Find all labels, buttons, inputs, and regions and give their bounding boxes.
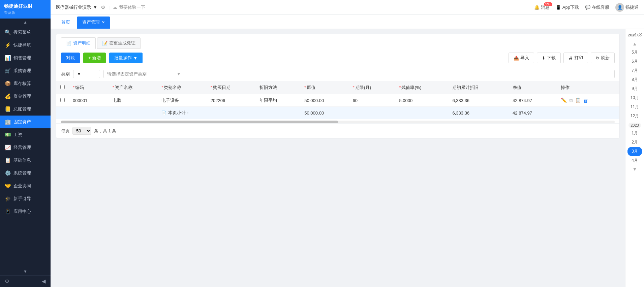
month-item-3月[interactable]: 3月 xyxy=(627,147,642,156)
settings-icon[interactable]: ⚙ xyxy=(5,278,9,284)
right-panel: ⤢ ✕ 2023.03 ▲ 5月6月7月8月9月10月11月12月20231月2… xyxy=(625,29,644,287)
sidebar-label-salary: 工资 xyxy=(13,132,22,138)
row-checkbox-0[interactable] xyxy=(60,98,65,102)
main-content: 医疗器械行业演示 ▼ ⚙ | ☁ 我要体验一下 🔔 消息 99+ 📱 App下载… xyxy=(51,0,644,287)
sidebar-item-capital[interactable]: 💰资金管理 xyxy=(0,90,51,103)
download-button[interactable]: ⬇ 下载 xyxy=(537,53,561,63)
month-item-2月[interactable]: 2月 xyxy=(625,138,644,147)
sidebar-item-quick-nav[interactable]: ⚡快捷导航 xyxy=(0,39,51,52)
month-item-5月[interactable]: 5月 xyxy=(625,48,644,57)
sidebar-bottom: ⚙ ◀ xyxy=(0,275,51,287)
print-button[interactable]: 🖨 打印 xyxy=(563,53,588,63)
delete-icon[interactable]: 🗑 xyxy=(583,98,588,103)
sub-tab-label-change-voucher: 变更生成凭证 xyxy=(109,40,135,46)
sidebar-label-sales: 销售管理 xyxy=(13,55,31,61)
app-download-label: App下载 xyxy=(562,4,579,10)
sub-tabs: 📄资产明细📝变更生成凭证 xyxy=(56,34,619,49)
toolbar-right: 📤 导入 ⬇ 下载 🖨 打印 ↻ 刷新 xyxy=(509,53,615,63)
sidebar-item-newbie[interactable]: 🎓新手引导 xyxy=(0,192,51,205)
row-net-value: 42,874.97 xyxy=(509,94,557,107)
company-selector[interactable]: 医疗器械行业演示 ▼ xyxy=(56,4,97,10)
month-item-1月[interactable]: 1月 xyxy=(625,129,644,138)
edit-icon[interactable]: ✏️ xyxy=(561,97,567,103)
close-panel-button[interactable]: ✕ xyxy=(639,32,643,37)
month-item-7月[interactable]: 7月 xyxy=(625,66,644,75)
username: 畅捷通 xyxy=(625,4,639,10)
page-size-select[interactable]: 102050100 xyxy=(72,127,91,135)
sidebar-item-system[interactable]: ⚙️系统管理 xyxy=(0,167,51,180)
notifications-button[interactable]: 🔔 消息 99+ xyxy=(534,4,550,10)
sidebar-scroll-down[interactable]: ▼ xyxy=(0,268,51,275)
sidebar-icon-system: ⚙️ xyxy=(5,170,11,176)
select-all-checkbox[interactable] xyxy=(60,85,65,89)
subtotal-icon: 📄 xyxy=(161,110,166,115)
col-purchase-date: *购买日期 xyxy=(207,81,255,94)
month-item-11月[interactable]: 11月 xyxy=(625,102,644,111)
tab-home[interactable]: 首页 xyxy=(56,17,75,29)
collapse-icon[interactable]: ◀ xyxy=(42,278,46,284)
add-button[interactable]: + 新增 xyxy=(83,53,106,63)
sub-tab-icon-change-voucher: 📝 xyxy=(102,41,108,46)
category-select[interactable]: ▼ xyxy=(73,70,100,78)
per-page-label: 每页 xyxy=(61,128,70,134)
sub-tab-change-voucher[interactable]: 📝变更生成凭证 xyxy=(97,37,141,49)
sidebar-label-inventory: 库存核算 xyxy=(13,81,31,87)
sidebar-item-operations[interactable]: 📈经营管理 xyxy=(0,141,51,154)
export-button[interactable]: 📤 导入 xyxy=(509,53,534,63)
category-search-input[interactable] xyxy=(107,71,175,76)
sidebar-label-quick-nav: 快捷导航 xyxy=(13,42,31,48)
month-item-8月[interactable]: 8月 xyxy=(625,75,644,84)
expand-icon[interactable]: ⤢ xyxy=(633,32,637,37)
month-scroll-up[interactable]: ▲ xyxy=(625,40,644,48)
sidebar-logo: 畅捷通好业财 普及版 xyxy=(0,0,51,19)
tab-asset-mgmt[interactable]: 资产管理✕ xyxy=(77,17,110,29)
col-residual-rate: *残值率(%) xyxy=(395,81,448,94)
month-item-10月[interactable]: 10月 xyxy=(625,93,644,102)
month-item-4月[interactable]: 4月 xyxy=(625,156,644,165)
month-item-6月[interactable]: 6月 xyxy=(625,57,644,66)
refresh-label: 刷新 xyxy=(601,55,610,61)
company-chevron-icon: ▼ xyxy=(93,5,97,10)
sidebar-icon-fixed-assets: 🏢 xyxy=(5,119,11,125)
h-scrollbar[interactable] xyxy=(61,121,615,123)
month-item-12月[interactable]: 12月 xyxy=(625,111,644,121)
app-download-button[interactable]: 📱 App下载 xyxy=(556,4,579,10)
col-operations: 操作 xyxy=(557,81,619,94)
sub-tab-icon-asset-detail: 📄 xyxy=(66,41,71,46)
sidebar-item-base-info[interactable]: 📋基础信息 xyxy=(0,154,51,167)
clone-icon[interactable]: 📋 xyxy=(575,97,581,103)
sidebar-item-search[interactable]: 🔍搜索菜单 xyxy=(0,26,51,39)
sidebar-scroll-up[interactable]: ▲ xyxy=(0,19,51,26)
sidebar-icon-ledger: 📒 xyxy=(5,106,11,112)
sidebar-icon-inventory: 📦 xyxy=(5,81,11,87)
user-menu[interactable]: 👤 畅捷通 xyxy=(615,3,639,12)
sub-tab-asset-detail[interactable]: 📄资产明细 xyxy=(61,37,96,49)
reconcile-button[interactable]: 对账 xyxy=(61,53,80,63)
sidebar-icon-purchase: 🛒 xyxy=(5,68,11,74)
row-name: 电脑 xyxy=(109,94,157,107)
content-main: 📄资产明细📝变更生成凭证 对账 + 新增 批量操作 ▼ 📤 导入 xyxy=(51,29,625,287)
month-scroll-down[interactable]: ▼ xyxy=(625,165,644,173)
tab-close-asset-mgmt[interactable]: ✕ xyxy=(102,20,105,24)
app-title: 畅捷通好业财 xyxy=(4,3,32,9)
sidebar-item-salary[interactable]: 💵工资 xyxy=(0,128,51,141)
row-initial-accumulated: 6,333.36 xyxy=(448,94,509,107)
batch-button[interactable]: 批量操作 ▼ xyxy=(109,53,143,63)
h-scrollbar-thumb[interactable] xyxy=(61,121,338,123)
app-download-icon: 📱 xyxy=(556,5,561,10)
online-service-button[interactable]: 💬 在线客服 xyxy=(585,4,609,10)
sidebar-item-sales[interactable]: 📊销售管理 xyxy=(0,52,51,64)
sidebar-item-purchase[interactable]: 🛒采购管理 xyxy=(0,64,51,77)
refresh-button[interactable]: ↻ 刷新 xyxy=(591,53,615,63)
notification-icon: 🔔 xyxy=(534,5,540,10)
month-item-9月[interactable]: 9月 xyxy=(625,84,644,93)
sidebar-item-ledger[interactable]: 📒总账管理 xyxy=(0,103,51,116)
sidebar-item-inventory[interactable]: 📦库存核算 xyxy=(0,77,51,90)
sidebar-item-app-center[interactable]: 📱应用中心 xyxy=(0,205,51,218)
copy-icon[interactable]: ⧉ xyxy=(569,97,573,103)
sidebar-item-fixed-assets[interactable]: 🏢固定资产 xyxy=(0,116,51,128)
topbar-gear-icon[interactable]: ⚙ xyxy=(101,4,105,10)
sidebar-item-enterprise[interactable]: 🤝企业协同 xyxy=(0,180,51,192)
subtotal-original-value: 50,000.00 xyxy=(300,107,348,119)
tab-label-asset-mgmt: 资产管理 xyxy=(82,20,100,25)
